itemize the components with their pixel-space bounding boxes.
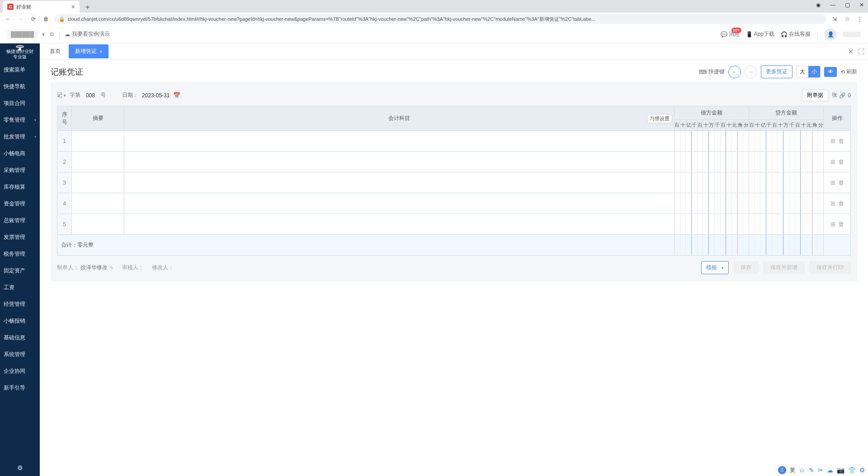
refresh-button[interactable]: ⟲ 刷新 <box>840 68 857 76</box>
sidebar-item-3[interactable]: 零售管理▾ <box>0 112 40 129</box>
fullscreen-icon[interactable]: ⛶ <box>858 48 864 55</box>
save-button[interactable]: 保存 <box>733 261 759 274</box>
sidebar-item-15[interactable]: 小畅报销 <box>0 313 40 329</box>
reload-icon[interactable]: ⟳ <box>29 14 38 24</box>
summary-cell[interactable] <box>72 131 124 152</box>
debit-cell[interactable] <box>675 172 749 193</box>
back-icon[interactable]: ← <box>4 14 13 24</box>
close-window-icon[interactable]: ✕ <box>857 2 866 8</box>
sidebar-settings-icon[interactable]: ⚙ <box>0 460 40 476</box>
sidebar-item-4[interactable]: 批发管理▾ <box>0 129 40 145</box>
voucher-number[interactable]: 008 <box>86 92 95 99</box>
install-icon[interactable]: ⇲ <box>830 14 839 24</box>
sidebar-item-8[interactable]: 资金管理 <box>0 195 40 212</box>
delete-row-icon[interactable]: 🗑 <box>838 138 844 144</box>
tray-smile-icon[interactable]: ☺ <box>799 466 805 474</box>
habit-setting-button[interactable]: 习惯设置 <box>647 114 672 123</box>
credit-cell[interactable] <box>749 152 824 172</box>
subject-cell[interactable] <box>124 152 675 172</box>
delete-icon[interactable]: 🗑 <box>42 14 51 24</box>
settings-icon[interactable]: ⚙ <box>49 31 54 38</box>
tab-close-icon[interactable]: × <box>99 49 102 54</box>
credit-cell[interactable] <box>749 131 824 152</box>
sidebar-item-0[interactable]: 搜索菜单 <box>0 62 40 78</box>
summary-cell[interactable] <box>72 152 124 172</box>
debit-cell[interactable] <box>675 193 749 214</box>
online-service-button[interactable]: 🎧 在线客服 <box>781 30 811 38</box>
tray-edit-icon[interactable]: ✎ <box>809 466 814 474</box>
more-voucher-button[interactable]: 更多凭证 <box>761 65 793 78</box>
ime-lang[interactable]: 英 <box>790 466 795 474</box>
app-download-button[interactable]: 📱 App下载 <box>746 30 774 38</box>
attach-doc-button[interactable]: 附单据 <box>802 89 828 101</box>
org-selector[interactable]: ██████ <box>7 30 38 39</box>
copy-row-icon[interactable]: ⊞ <box>830 221 835 228</box>
debit-cell[interactable] <box>675 214 749 235</box>
clip-icon[interactable]: 🔗 <box>839 92 846 99</box>
summary-cell[interactable] <box>72 214 124 235</box>
subject-cell[interactable] <box>124 131 675 152</box>
menu-icon[interactable]: ⋮ <box>855 14 864 24</box>
prev-voucher-button[interactable]: ← <box>728 66 741 78</box>
tray-scissor-icon[interactable]: ✂ <box>818 466 823 474</box>
new-tab-button[interactable]: + <box>82 2 93 13</box>
account-icon[interactable]: ◉ <box>814 2 823 8</box>
tray-gear-icon[interactable]: ⚙ <box>859 466 865 474</box>
shortcut-button[interactable]: ⌨ 快捷键 <box>699 68 725 76</box>
tab-home[interactable]: 首页 <box>43 44 67 58</box>
size-toggle[interactable]: 大 小 <box>796 66 821 78</box>
voucher-date[interactable]: 2023-05-31 <box>142 92 170 99</box>
sidebar-item-9[interactable]: 总账管理 <box>0 212 40 229</box>
sidebar-item-18[interactable]: 企业协同 <box>0 363 40 380</box>
close-all-icon[interactable]: ✕ <box>848 48 854 55</box>
subject-cell[interactable] <box>124 172 675 193</box>
credit-cell[interactable] <box>749 172 824 193</box>
tray-camera-icon[interactable]: 📷 <box>837 466 844 474</box>
minimize-icon[interactable]: — <box>828 2 837 8</box>
sidebar-item-2[interactable]: 项目合同 <box>0 95 40 112</box>
credit-cell[interactable] <box>749 214 824 235</box>
copy-row-icon[interactable]: ⊞ <box>830 179 835 186</box>
sidebar-item-1[interactable]: 快捷导航 <box>0 78 40 95</box>
delete-row-icon[interactable]: 🗑 <box>838 221 844 228</box>
summary-cell[interactable] <box>72 193 124 214</box>
subject-cell[interactable] <box>124 193 675 214</box>
size-big[interactable]: 大 <box>797 66 808 77</box>
address-bar[interactable]: 🔒 cloud.chanjet.com/cc/u6d89qwnryel/57bf… <box>54 14 826 24</box>
size-small[interactable]: 小 <box>808 66 820 77</box>
forward-icon[interactable]: → <box>16 14 25 24</box>
template-button[interactable]: 模板 <box>701 261 729 274</box>
sidebar-item-16[interactable]: 基础信息 <box>0 329 40 346</box>
tray-shirt-icon[interactable]: 👕 <box>848 466 856 474</box>
delete-row-icon[interactable]: 🗑 <box>838 158 844 165</box>
sidebar-item-11[interactable]: 税务管理 <box>0 246 40 262</box>
sidebar-item-10[interactable]: 发票管理 <box>0 229 40 246</box>
copy-row-icon[interactable]: ⊞ <box>830 138 835 144</box>
debit-cell[interactable] <box>675 131 749 152</box>
browser-tab[interactable]: C 好业财 × <box>3 1 80 13</box>
avatar[interactable]: 👤 <box>825 29 836 40</box>
sidebar-item-17[interactable]: 系统管理 <box>0 346 40 363</box>
ime-icon[interactable]: 王 <box>778 466 786 474</box>
sidebar-item-6[interactable]: 采购管理 <box>0 162 40 179</box>
sidebar-item-19[interactable]: 新手引导 <box>0 380 40 396</box>
sidebar-item-14[interactable]: 经营管理 <box>0 296 40 313</box>
tab-close-icon[interactable]: × <box>71 3 75 10</box>
copy-row-icon[interactable]: ⊞ <box>830 158 835 165</box>
maximize-icon[interactable]: ▢ <box>843 2 852 8</box>
credit-cell[interactable] <box>749 193 824 214</box>
next-voucher-button[interactable]: → <box>745 66 757 78</box>
sidebar-item-12[interactable]: 固定资产 <box>0 262 40 279</box>
edit-maker-icon[interactable]: ✎ <box>109 265 114 271</box>
save-and-print-button[interactable]: 保存并打印 <box>809 261 851 274</box>
save-and-new-button[interactable]: 保存并新增 <box>763 261 805 274</box>
delete-row-icon[interactable]: 🗑 <box>838 200 844 207</box>
debit-cell[interactable] <box>675 152 749 172</box>
demo-link[interactable]: ☁ 我要看实例演示 <box>65 30 110 38</box>
copy-row-icon[interactable]: ⊞ <box>830 200 835 207</box>
subject-cell[interactable] <box>124 214 675 235</box>
message-button[interactable]: 💬 消息 99+ <box>721 30 740 38</box>
summary-cell[interactable] <box>72 172 124 193</box>
dropdown-icon[interactable]: ▾ <box>42 31 45 38</box>
preview-button[interactable]: 👁 <box>824 67 837 77</box>
